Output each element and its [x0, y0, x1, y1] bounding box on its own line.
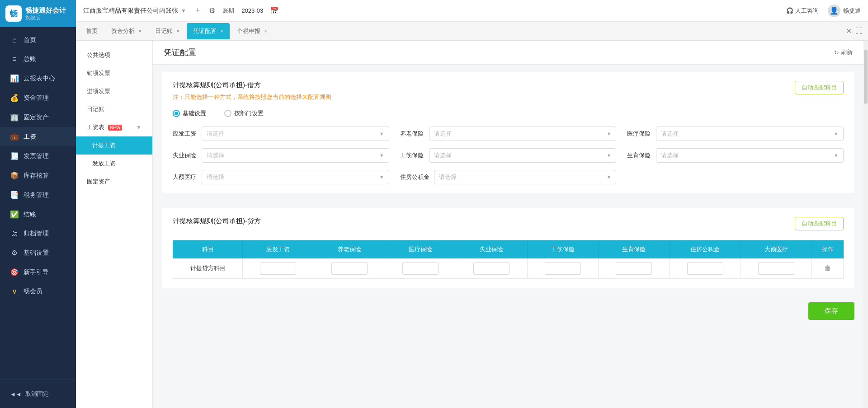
sidebar-item-ledger[interactable]: ≡ 总账 [0, 50, 76, 69]
left-nav-fixed-assets[interactable]: 固定资产 [76, 173, 152, 191]
sidebar-item-funds[interactable]: 💰 资金管理 [0, 88, 76, 108]
support-label: 人工咨询 [795, 7, 819, 15]
sidebar-item-label: 发票管理 [24, 152, 49, 160]
support-button[interactable]: 🎧 人工咨询 [786, 7, 819, 15]
housing-fund-select[interactable]: 请选择 ▼ [434, 170, 617, 184]
radio-basic-setting[interactable]: 基础设置 [173, 109, 206, 117]
calendar-icon[interactable]: 📅 [270, 7, 279, 15]
archive-icon: 🗂 [10, 230, 19, 238]
injury-select[interactable]: 请选择 ▼ [429, 148, 617, 163]
maternity-select[interactable]: 请选择 ▼ [656, 148, 844, 163]
sidebar-navigation: ⌂ 首页 ≡ 总账 📊 云报表中心 💰 资金管理 🏢 固定资产 💼 工资 🧾 发… [0, 27, 76, 380]
tab-close-icon[interactable]: × [220, 28, 223, 34]
input-gross-wage[interactable] [260, 262, 296, 275]
window-maximize-icon[interactable]: ⛶ [855, 27, 863, 35]
input-unemployment[interactable] [473, 262, 509, 275]
left-nav-wage-payment[interactable]: 发放工资 [76, 155, 152, 173]
sidebar-item-label: 归档管理 [24, 230, 49, 238]
select-caret-icon: ▼ [606, 174, 611, 180]
sidebar-item-assets[interactable]: 🏢 固定资产 [0, 108, 76, 127]
left-navigation: 公共选项 销项发票 进项发票 日记账 工资表 NEW ▼ 计提工资 [76, 41, 153, 408]
input-large-medical[interactable] [758, 262, 794, 275]
field-label: 养老保险 [400, 130, 425, 138]
tab-home[interactable]: 首页 [80, 23, 104, 39]
input-maternity[interactable] [616, 262, 652, 275]
left-nav-wage-accrual[interactable]: 计提工资 [76, 136, 152, 155]
left-nav-purchase-invoice[interactable]: 进项发票 [76, 82, 152, 100]
left-nav-sales-invoice[interactable]: 销项发票 [76, 64, 152, 82]
select-caret-icon: ▼ [379, 174, 384, 180]
sidebar-item-archive[interactable]: 🗂 归档管理 [0, 224, 76, 243]
sidebar-item-close[interactable]: ✅ 结账 [0, 205, 76, 224]
sidebar-item-home[interactable]: ⌂ 首页 [0, 31, 76, 50]
cell-action[interactable]: 🗑 [812, 258, 844, 279]
cell-medical[interactable] [385, 258, 456, 279]
nav-item-label: 日记账 [87, 106, 104, 113]
tab-close-icon[interactable]: × [138, 28, 142, 34]
sidebar-item-member[interactable]: V 畅会员 [0, 282, 76, 301]
window-close-icon[interactable]: ✕ [846, 27, 852, 35]
gross-wage-select[interactable]: 请选择 ▼ [202, 127, 389, 141]
left-nav-wages-expand[interactable]: 工资表 NEW ▼ [76, 118, 152, 136]
cell-gross-wage[interactable] [243, 258, 314, 279]
unemployment-select[interactable]: 请选择 ▼ [202, 148, 389, 163]
scroll-thumb[interactable] [864, 50, 868, 104]
user-menu[interactable]: 👤 畅捷通 [828, 5, 861, 17]
cell-injury[interactable] [527, 258, 598, 279]
sidebar-item-invoice[interactable]: 🧾 发票管理 [0, 146, 76, 166]
sidebar-item-label: 结账 [24, 211, 36, 219]
input-medical[interactable] [402, 262, 439, 275]
username-label: 畅捷通 [843, 7, 861, 15]
cancel-fixed-button[interactable]: ◄◄ 取消固定 [0, 385, 76, 403]
sidebar-item-settings[interactable]: ⚙ 基础设置 [0, 243, 76, 263]
debit-section-title: 计提核算规则(公司承担)-借方 [173, 81, 331, 89]
tab-close-icon[interactable]: × [176, 28, 179, 34]
input-pension[interactable] [331, 262, 368, 275]
add-tab-button[interactable]: + [193, 4, 202, 17]
refresh-button[interactable]: ↻ 刷新 [834, 48, 853, 56]
sidebar-item-guide[interactable]: 🎯 新手引导 [0, 263, 76, 282]
input-injury[interactable] [545, 262, 581, 275]
tab-voucher-config[interactable]: 凭证配置 × [187, 23, 230, 39]
settings-gear-icon[interactable]: ⚙ [209, 6, 215, 15]
large-medical-select[interactable]: 请选择 ▼ [202, 170, 389, 184]
tab-close-icon[interactable]: × [264, 28, 267, 34]
select-placeholder: 请选择 [661, 151, 679, 159]
nav-item-label: 销项发票 [87, 70, 110, 76]
input-housing-fund[interactable] [687, 262, 723, 275]
select-placeholder: 请选择 [661, 130, 679, 138]
tab-funds-analysis[interactable]: 资金分析 × [105, 23, 148, 39]
sidebar-item-tax[interactable]: 📑 税务管理 [0, 185, 76, 205]
left-nav-public[interactable]: 公共选项 [76, 46, 152, 64]
sidebar-item-reports[interactable]: 📊 云报表中心 [0, 69, 76, 88]
tab-tax-filing[interactable]: 个税申报 × [231, 23, 274, 39]
sidebar-item-inventory[interactable]: 📦 库存核算 [0, 166, 76, 185]
ledger-icon: ≡ [10, 55, 19, 63]
sidebar-item-wages[interactable]: 💼 工资 [0, 127, 76, 146]
field-label: 住房公积金 [400, 173, 429, 181]
col-action: 操作 [812, 241, 844, 258]
pension-select[interactable]: 请选择 ▼ [429, 127, 617, 141]
debit-auto-match-button[interactable]: 自动匹配科目 [795, 81, 844, 94]
scrollbar[interactable] [863, 41, 868, 408]
credit-section-title: 计提核算规则(公司承担)-贷方 [173, 217, 261, 225]
company-selector[interactable]: 江西服宝精品有限责任公司内账张 ▼ [83, 7, 186, 15]
tab-journal[interactable]: 日记账 × [149, 23, 186, 39]
cell-pension[interactable] [314, 258, 385, 279]
medical-select[interactable]: 请选择 ▼ [656, 127, 844, 141]
delete-row-icon[interactable]: 🗑 [824, 264, 831, 272]
save-button[interactable]: 保存 [808, 302, 854, 320]
cell-maternity[interactable] [599, 258, 670, 279]
cell-housing-fund[interactable] [670, 258, 741, 279]
cell-unemployment[interactable] [456, 258, 527, 279]
cell-large-medical[interactable] [741, 258, 811, 279]
main-area: 江西服宝精品有限责任公司内账张 ▼ + ⚙ 账期 2023-03 📅 🎧 人工咨… [76, 0, 868, 408]
window-controls: ✕ ⛶ [846, 27, 868, 35]
field-housing-fund: 住房公积金 请选择 ▼ [400, 170, 617, 184]
radio-dept-setting[interactable]: 按部门设置 [224, 109, 264, 117]
credit-auto-match-button[interactable]: 自动匹配科目 [795, 217, 844, 230]
left-nav-journal[interactable]: 日记账 [76, 100, 152, 118]
field-label: 大额医疗 [173, 173, 197, 181]
field-large-medical: 大额医疗 请选择 ▼ [173, 170, 389, 184]
radio-circle-unchecked [224, 110, 231, 117]
